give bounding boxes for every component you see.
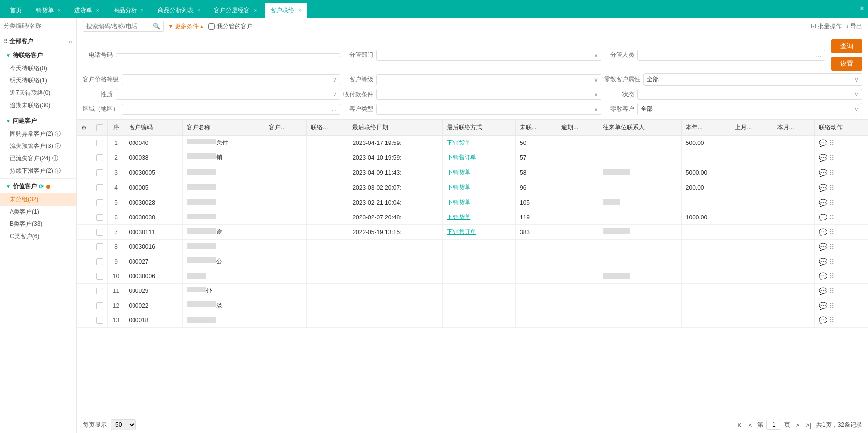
col-last-date-header[interactable]: 最后联络日期 (348, 120, 443, 136)
nav-tab-purchase-close[interactable]: × (96, 8, 99, 13)
row-checkbox[interactable] (96, 229, 103, 236)
query-button[interactable]: 查询 (831, 39, 862, 53)
sidebar-collapse-icon[interactable]: « (69, 38, 72, 45)
col-last-method-header[interactable]: 最后联络方式 (443, 120, 516, 136)
sidebar-group-pending[interactable]: ▼ 待联络客户 (0, 49, 76, 62)
row-checkbox[interactable] (96, 184, 103, 191)
more-icon[interactable]: ⠿ (829, 228, 834, 236)
contact-icon[interactable]: 💬 (819, 228, 827, 236)
last-method-link[interactable]: 下销货单 (447, 139, 470, 146)
contact-icon[interactable]: 💬 (819, 243, 827, 251)
filter-dept-input[interactable]: ∨ (376, 50, 601, 61)
more-icon[interactable]: ⠿ (829, 316, 834, 324)
contact-icon[interactable]: 💬 (819, 154, 827, 162)
filter-nature-input[interactable]: ∨ (116, 89, 340, 100)
filter-price-level-input[interactable]: ∨ (122, 74, 340, 85)
more-icon[interactable]: ⠿ (829, 258, 834, 266)
row-checkbox[interactable] (96, 214, 103, 221)
contact-icon[interactable]: 💬 (819, 287, 827, 295)
row-checkbox[interactable] (96, 199, 103, 206)
contact-icon[interactable]: 💬 (819, 184, 827, 192)
contact-icon[interactable]: 💬 (819, 258, 827, 266)
nav-tab-sales-close[interactable]: × (58, 8, 61, 13)
sidebar-item-week[interactable]: 近7天待联络(0) (0, 87, 76, 99)
reset-button[interactable]: 设置 (831, 57, 862, 71)
filter-scatter-attr-input[interactable]: 全部∨ (643, 73, 862, 86)
contact-icon[interactable]: 💬 (819, 272, 827, 280)
nav-tab-analysis-list-close[interactable]: × (198, 8, 200, 13)
row-checkbox[interactable] (96, 302, 103, 309)
col-name-header[interactable]: 客户名称 (182, 120, 265, 136)
sidebar-item-abnormal[interactable]: 固购异常客户(2) ⓘ (0, 128, 76, 140)
page-size-select[interactable]: 50 100 200 (111, 419, 136, 430)
sidebar-item-type-b[interactable]: B类客户(33) (0, 218, 76, 230)
batch-operation-button[interactable]: ☑ 批量操作 (811, 22, 842, 31)
sidebar-item-overdue[interactable]: 逾期未联络(30) (0, 99, 76, 112)
check-all-checkbox[interactable] (96, 124, 103, 131)
nav-tab-customer-contact-close[interactable]: × (298, 8, 301, 13)
more-icon[interactable]: ⠿ (829, 287, 834, 295)
col-overdue-header[interactable]: 逾期... (557, 120, 599, 136)
sidebar-group-value[interactable]: ▼ 价值客户 ⟳ (0, 180, 76, 193)
nav-tab-customer-layer-close[interactable]: × (254, 8, 257, 13)
col-type-header[interactable]: 客户... (265, 120, 307, 136)
more-icon[interactable]: ⠿ (829, 302, 834, 310)
row-checkbox[interactable] (96, 140, 103, 146)
nav-tab-sales[interactable]: 销货单 × (30, 3, 67, 18)
contact-icon[interactable]: 💬 (819, 169, 827, 177)
sidebar-item-type-a[interactable]: A类客户(1) (0, 206, 76, 218)
filter-scatter-input[interactable]: 全部∨ (637, 103, 862, 115)
sidebar-search-input[interactable] (4, 22, 77, 29)
filter-phone-input[interactable] (116, 53, 340, 57)
search-input[interactable] (86, 23, 151, 30)
contact-icon[interactable]: 💬 (819, 316, 827, 324)
search-submit-icon[interactable]: 🔍 (153, 23, 160, 30)
col-last-month-header[interactable]: 上月... (731, 120, 773, 136)
prev-page-button[interactable]: < (747, 421, 755, 429)
nav-tab-customer-contact[interactable]: 客户联络 × (265, 3, 307, 18)
first-page-button[interactable]: K (735, 421, 744, 429)
last-method-link[interactable]: 下销货单 (447, 214, 470, 220)
col-code-header[interactable]: 客户编码 (125, 120, 182, 136)
contact-icon[interactable]: 💬 (819, 302, 827, 310)
sidebar-refresh-icon[interactable]: ⟳ (39, 183, 44, 190)
col-settings[interactable]: ⚙ (77, 120, 92, 136)
more-icon[interactable]: ⠿ (829, 139, 834, 147)
nav-tab-customer-layer[interactable]: 客户分层经客 × (208, 3, 263, 18)
sidebar-item-churn-warn[interactable]: 流失预警客户(3) ⓘ (0, 140, 76, 152)
sidebar-item-type-c[interactable]: C类客户(6) (0, 230, 76, 243)
more-conditions-button[interactable]: ▼ 更多条件 ▲ (168, 22, 204, 31)
sidebar-item-today[interactable]: 今天待联络(0) (0, 62, 76, 74)
last-method-link[interactable]: 下销货单 (447, 184, 470, 191)
my-customers-checkbox[interactable] (208, 23, 215, 30)
page-number-input[interactable] (766, 420, 781, 430)
row-checkbox[interactable] (96, 154, 103, 161)
col-unit-contact-header[interactable]: 往来单位联系人 (599, 120, 682, 136)
filter-status-input[interactable]: ∨ (637, 89, 862, 100)
my-customers-checkbox-area[interactable]: 我分管的客户 (208, 22, 253, 31)
more-icon[interactable]: ⠿ (829, 272, 834, 280)
more-icon[interactable]: ⠿ (829, 169, 834, 177)
contact-icon[interactable]: 💬 (819, 214, 827, 221)
nav-tab-home[interactable]: 首页 (4, 3, 28, 18)
contact-icon[interactable]: 💬 (819, 139, 827, 147)
last-method-link[interactable]: 下销货单 (447, 169, 470, 176)
more-icon[interactable]: ⠿ (829, 154, 834, 162)
col-this-month-header[interactable]: 本月... (773, 120, 814, 136)
window-close-button[interactable]: × (860, 4, 864, 13)
row-checkbox[interactable] (96, 243, 103, 250)
more-icon[interactable]: ⠿ (829, 214, 834, 221)
sidebar-all-customers[interactable]: ⠿ 全部客户 « (0, 34, 76, 49)
filter-region-input[interactable]: … (122, 104, 340, 115)
next-page-button[interactable]: > (793, 421, 801, 429)
sidebar-group-problem[interactable]: ▼ 问题客户 (0, 114, 76, 128)
col-contact-header[interactable]: 联络... (307, 120, 348, 136)
last-method-link[interactable]: 下销售订单 (447, 228, 476, 235)
row-checkbox[interactable] (96, 288, 103, 294)
filter-manager-input[interactable]: … (637, 50, 825, 61)
nav-tab-purchase[interactable]: 进货单 × (68, 3, 105, 18)
row-checkbox[interactable] (96, 169, 103, 176)
col-this-year-header[interactable]: 本年... (681, 120, 731, 136)
filter-payment-input[interactable]: ∨ (376, 89, 601, 100)
export-button[interactable]: ↓ 导出 (846, 22, 862, 31)
